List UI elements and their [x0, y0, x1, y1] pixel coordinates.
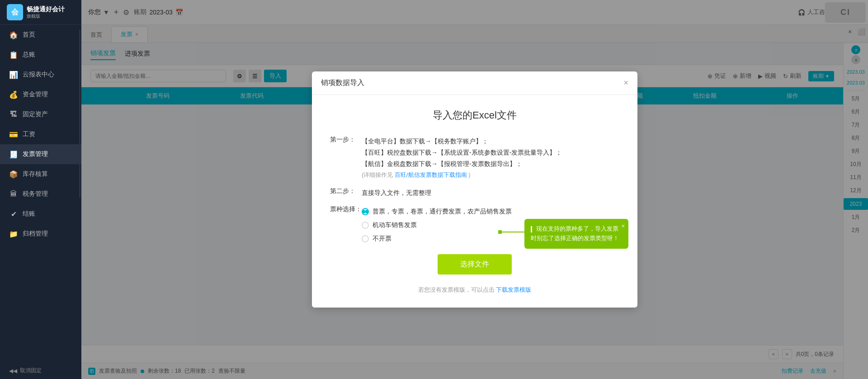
guide-link[interactable]: 百旺/航信发票数据下载指南 — [395, 171, 467, 178]
step2-row: 第二步： 直接导入文件，无需整理 — [330, 187, 619, 199]
tooltip-close-btn[interactable]: × — [621, 222, 625, 231]
archive-icon: 📁 — [9, 229, 18, 238]
sidebar: 会 畅捷通好会计 旗舰版 🏠 首页 📋 总账 📊 云报表中心 💰 资金管 — [0, 0, 81, 379]
sidebar-item-home[interactable]: 🏠 首页 — [0, 25, 81, 45]
modal-main-title: 导入您的Excel文件 — [330, 109, 619, 122]
radio-motor-circle — [362, 222, 369, 229]
funds-icon: 💰 — [9, 90, 18, 99]
logo-text: 畅捷通好会计 — [27, 5, 65, 13]
modal-footer: 若您没有发票模版，可以点击 下载发票模版 — [330, 286, 619, 294]
radio-motor[interactable]: 机动车销售发票 — [362, 221, 512, 229]
sidebar-item-checkout[interactable]: ✔ 结账 — [0, 204, 81, 224]
sidebar-item-archive[interactable]: 📁 归档管理 — [0, 224, 81, 244]
ticket-type-group: 普票，专票，卷票，通行费发票，农产品销售发票 机动车销售发票 不开票 — [362, 208, 512, 243]
sidebar-logo: 会 畅捷通好会计 旗舰版 — [0, 0, 81, 25]
sidebar-nav: 🏠 首页 📋 总账 📊 云报表中心 💰 资金管理 🏗 固定资产 💳 工资 — [0, 25, 81, 362]
radio-row: 票种选择： 普票，专票，卷票，通行费发票，农产品销售发票 机动车销售发票 — [330, 205, 619, 243]
connector-dot — [498, 230, 502, 234]
logo-icon: 会 — [7, 4, 23, 20]
sidebar-scrollbar — [79, 29, 80, 198]
step1-content: 【全电平台】数据下载→【税务数字账户】； 【百旺】税控盘数据下载→【系统设置-系… — [362, 136, 562, 180]
connector-line — [502, 232, 524, 232]
sidebar-item-inventory[interactable]: 📦 库存核算 — [0, 164, 81, 184]
salary-icon: 💳 — [9, 130, 18, 139]
home-icon: 🏠 — [9, 30, 18, 39]
reports-icon: 📊 — [9, 70, 18, 79]
modal-title: 销项数据导入 — [321, 78, 364, 88]
sidebar-item-tax[interactable]: 🏛 税务管理 — [0, 184, 81, 204]
step2-content: 直接导入文件，无需整理 — [362, 187, 431, 199]
radio-no-invoice[interactable]: 不开票 — [362, 235, 512, 243]
radio-label: 票种选择： — [330, 205, 362, 213]
tooltip-bar — [531, 226, 532, 232]
step1-note: (详细操作见 百旺/航信发票数据下载指南 ) — [362, 170, 562, 180]
import-modal: 销项数据导入 × 导入您的Excel文件 第一步： 【全电平台】数据下载→【税务… — [312, 71, 637, 308]
sidebar-item-salary[interactable]: 💳 工资 — [0, 124, 81, 144]
step1-label: 第一步： — [330, 136, 362, 144]
checkout-icon: ✔ — [9, 209, 18, 218]
sidebar-item-ledger[interactable]: 📋 总账 — [0, 45, 81, 65]
inventory-icon: 📦 — [9, 170, 18, 179]
radio-no-invoice-circle — [362, 235, 369, 242]
modal-close-button[interactable]: × — [623, 78, 628, 88]
download-template-link[interactable]: 下载发票模版 — [496, 286, 531, 293]
modal-body: 导入您的Excel文件 第一步： 【全电平台】数据下载→【税务数字账户】； 【百… — [312, 95, 637, 308]
modal-header: 销项数据导入 × — [312, 71, 637, 95]
step1-line3: 【航信】金税盘数据下载→【报税管理-发票数据导出】； — [362, 158, 562, 170]
modal-overlay: 销项数据导入 × 导入您的Excel文件 第一步： 【全电平台】数据下载→【税务… — [81, 0, 868, 379]
tooltip-text: 现在支持的票种多了，导入发票时别忘了选择正确的发票类型呀！ — [531, 225, 619, 242]
step2-label: 第二步： — [330, 187, 362, 195]
sidebar-cancel-pin[interactable]: ◀◀ 取消固定 — [0, 362, 81, 379]
step1-row: 第一步： 【全电平台】数据下载→【税务数字账户】； 【百旺】税控盘数据下载→【系… — [330, 136, 619, 180]
assets-icon: 🏗 — [9, 110, 18, 119]
tax-icon: 🏛 — [9, 190, 18, 199]
invoice-icon: 🧾 — [9, 150, 18, 159]
tooltip-bubble: × 现在支持的票种多了，导入发票时别忘了选择正确的发票类型呀！ — [524, 219, 628, 249]
sidebar-item-assets[interactable]: 🏗 固定资产 — [0, 104, 81, 124]
sidebar-item-funds[interactable]: 💰 资金管理 — [0, 85, 81, 104]
step1-line1: 【全电平台】数据下载→【税务数字账户】； — [362, 136, 562, 147]
ledger-icon: 📋 — [9, 50, 18, 59]
sidebar-item-invoice[interactable]: 🧾 发票管理 — [0, 144, 81, 164]
step1-line2: 【百旺】税控盘数据下载→【系统设置-系统参数设置-发票批量导入】； — [362, 147, 562, 158]
logo-badge: 旗舰版 — [27, 13, 65, 19]
sidebar-item-reports[interactable]: 📊 云报表中心 — [0, 65, 81, 85]
radio-normal[interactable]: 普票，专票，卷票，通行费发票，农产品销售发票 — [362, 208, 512, 216]
radio-normal-circle — [362, 208, 369, 215]
select-file-button[interactable]: 选择文件 — [438, 254, 512, 275]
